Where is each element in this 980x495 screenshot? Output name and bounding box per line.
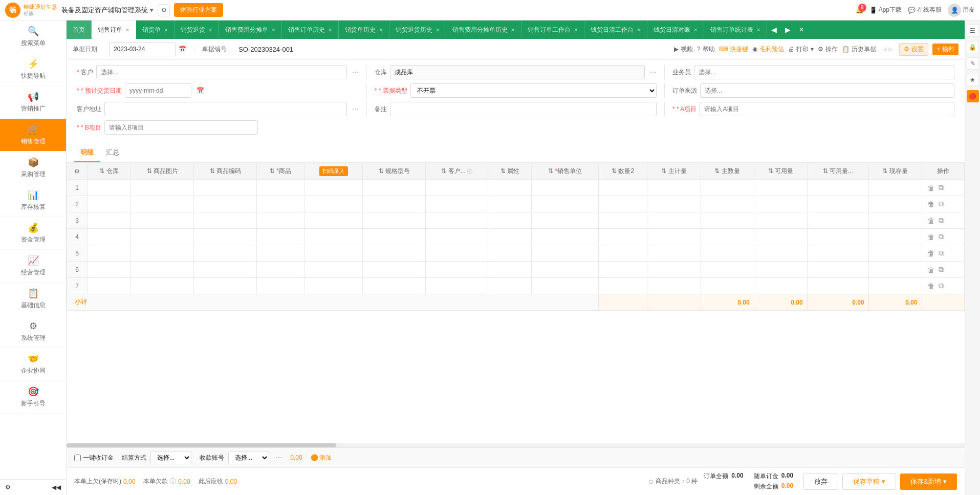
tab-expense[interactable]: 销售费用分摊单 ✕ (219, 20, 282, 39)
row-customer-4[interactable] (426, 229, 488, 245)
row-available-1[interactable] (754, 180, 807, 196)
row-warehouse-2[interactable] (88, 196, 131, 212)
delivery-calendar-icon[interactable]: 📅 (197, 87, 204, 94)
row-main-qty-1[interactable] (701, 180, 754, 196)
row-spec-2[interactable] (363, 196, 426, 212)
add-material-btn[interactable]: + 物料 (932, 44, 959, 55)
tab-order-workbench[interactable]: 销售订单工作台 ✕ (521, 20, 584, 39)
shortcut-btn[interactable]: ⌨ 快捷键 (719, 45, 748, 54)
row-attr-5[interactable] (488, 245, 532, 262)
row-delete-btn-5[interactable]: 🗑 (926, 248, 935, 259)
customer-input[interactable] (96, 65, 347, 79)
row-stock-2[interactable] (868, 196, 922, 212)
row-unit-1[interactable] (532, 180, 598, 196)
row-unit-7[interactable] (532, 278, 598, 294)
sidebar-item-basics[interactable]: 📋 基础信息 (0, 283, 66, 315)
row-warehouse-1[interactable] (88, 180, 131, 196)
right-panel-icon-5[interactable]: 🔴 (967, 90, 979, 102)
row-warehouse-4[interactable] (88, 229, 131, 245)
quick-deposit-checkbox[interactable]: 一键收订金 (74, 454, 114, 462)
tab-sales-invoice[interactable]: 销货单 ✕ (136, 20, 175, 39)
trial-btn[interactable]: 体验行业方案 (174, 3, 223, 17)
row-main-qty-3[interactable] (701, 212, 754, 229)
row-code-1[interactable] (194, 180, 257, 196)
right-panel-icon-4[interactable]: ★ (967, 74, 979, 86)
row-code-7[interactable] (194, 278, 257, 294)
tab-close-invoice-history[interactable]: ✕ (379, 27, 383, 33)
row-main-unit-4[interactable] (647, 229, 701, 245)
sidebar-item-operations[interactable]: 📈 经营管理 (0, 250, 66, 283)
right-panel-icon-1[interactable]: ☰ (967, 25, 979, 37)
right-panel-icon-3[interactable]: ✎ (967, 57, 979, 70)
sidebar-item-sales[interactable]: 🛒 销售管理 (0, 119, 66, 152)
settings-icon[interactable]: ⚙ (158, 4, 170, 16)
a-project-input[interactable] (700, 102, 954, 116)
row-warehouse-7[interactable] (88, 278, 131, 294)
row-customer-7[interactable] (426, 278, 488, 294)
row-qty2-2[interactable] (598, 196, 647, 212)
sidebar-item-guide[interactable]: 🎯 新手引导 (0, 381, 66, 414)
row-qty2-3[interactable] (598, 212, 647, 229)
row-stock-6[interactable] (868, 262, 922, 278)
row-attr-4[interactable] (488, 229, 532, 245)
row-qty2-1[interactable] (598, 180, 647, 196)
row-attr-6[interactable] (488, 262, 532, 278)
help-btn[interactable]: ? 帮助 (697, 45, 715, 54)
tab-close-expense-history[interactable]: ✕ (511, 27, 515, 33)
row-product-6[interactable] (257, 262, 304, 278)
row-delete-btn-7[interactable]: 🗑 (926, 281, 935, 291)
row-product-1[interactable] (257, 180, 304, 196)
row-main-unit-6[interactable] (647, 262, 701, 278)
tab-sales-order[interactable]: 销售订单 ✕ (92, 20, 136, 39)
scan-input-btn[interactable]: 扫码录入 (319, 166, 348, 176)
tab-sales-report[interactable]: 销售订单统计表 ✕ (704, 20, 767, 39)
row-stock-1[interactable] (868, 180, 922, 196)
row-code-6[interactable] (194, 262, 257, 278)
delivery-date-input[interactable] (125, 83, 191, 98)
scroll-thumb[interactable] (67, 443, 336, 447)
add-receipt-btn[interactable]: 🟠 添加 (311, 454, 332, 462)
row-unit-3[interactable] (532, 212, 598, 229)
order-date-input[interactable] (109, 42, 176, 56)
address-more-icon[interactable]: ··· (352, 104, 359, 114)
row-customer-2[interactable] (426, 196, 488, 212)
remarks-input[interactable] (390, 102, 657, 116)
tab-home[interactable]: 首页 (67, 20, 92, 39)
tab-close-sales-order[interactable]: ✕ (125, 27, 129, 33)
sidebar-item-inventory[interactable]: 📊 库存核算 (0, 184, 66, 217)
tab-close-daily-workbench[interactable]: ✕ (637, 27, 641, 33)
staff-input[interactable] (694, 65, 954, 79)
tab-order-history[interactable]: 销售订单历史 ✕ (282, 20, 339, 39)
sidebar-item-search[interactable]: 🔍 搜索菜单 (0, 20, 66, 53)
tab-expense-history[interactable]: 销售费用分摊单历史 ✕ (446, 20, 521, 39)
row-product-7[interactable] (257, 278, 304, 294)
discard-btn[interactable]: 放弃 (803, 474, 838, 490)
tab-close-sales-report[interactable]: ✕ (756, 27, 760, 33)
row-warehouse-5[interactable] (88, 245, 131, 262)
warehouse-input[interactable] (390, 65, 645, 79)
row-product-4[interactable] (257, 229, 304, 245)
customer-info-icon[interactable]: ⓘ (467, 168, 472, 174)
row-available2-7[interactable] (807, 278, 868, 294)
row-available2-3[interactable] (807, 212, 868, 229)
warehouse-more-icon[interactable]: ··· (650, 68, 657, 77)
sidebar-item-finance[interactable]: 💰 资金管理 (0, 217, 66, 250)
row-main-qty-5[interactable] (701, 245, 754, 262)
row-product-3[interactable] (257, 212, 304, 229)
row-warehouse-3[interactable] (88, 212, 131, 229)
row-qty2-5[interactable] (598, 245, 647, 262)
row-customer-6[interactable] (426, 262, 488, 278)
row-main-qty-7[interactable] (701, 278, 754, 294)
row-delete-btn-3[interactable]: 🗑 (926, 216, 935, 226)
tab-close-expense[interactable]: ✕ (271, 27, 275, 33)
notification-btn[interactable]: 🔔 9 (856, 7, 863, 14)
row-qty2-6[interactable] (598, 262, 647, 278)
row-available-2[interactable] (754, 196, 807, 212)
row-stock-5[interactable] (868, 245, 922, 262)
row-code-4[interactable] (194, 229, 257, 245)
row-product-2[interactable] (257, 196, 304, 212)
row-available-6[interactable] (754, 262, 807, 278)
calendar-icon[interactable]: 📅 (179, 46, 186, 53)
row-available2-1[interactable] (807, 180, 868, 196)
tab-close-return-history[interactable]: ✕ (435, 27, 440, 33)
